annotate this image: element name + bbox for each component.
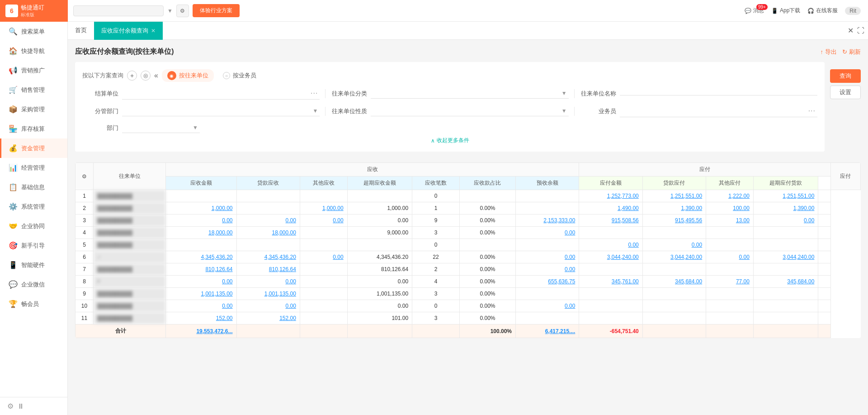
ar-count-header: 应收笔数: [412, 176, 460, 190]
refresh-icon: ↻: [842, 48, 847, 55]
sidebar-item-search[interactable]: 🔍 搜索菜单: [0, 22, 67, 41]
sidebar-label-system: 系统管理: [21, 203, 45, 211]
logo-text: 畅捷通叮 标准版: [21, 4, 44, 18]
settlement-input[interactable]: ···: [122, 87, 320, 100]
ar-loan-header: 贷款应收: [236, 176, 300, 190]
footer-ar-ratio: 100.00%: [459, 324, 515, 338]
data-table: ⚙ 往来单位 应收 应付 应付 应收金额 贷款应收 其他应收 超期应收金额: [75, 162, 861, 338]
home-icon: 🏠: [9, 47, 18, 55]
filter-nav-icon-partner: ◉: [167, 71, 176, 80]
collapse-icon: ∧: [431, 138, 435, 144]
content-area: 首页 应收应付余额查询 ✕ ✕ ⛶ 应收应付余额查询(按往来单位) ↑ 导出: [68, 22, 868, 415]
collapse-sidebar-icon[interactable]: ⏸: [17, 402, 24, 410]
ar-overdue-header: 超期应收金额: [347, 176, 412, 190]
service-icon: 🎧: [807, 8, 814, 14]
table-row: 3██████████0.000.000.000.0090.00%2,153,3…: [75, 215, 861, 227]
page-title: 应收应付余额查询(按往来单位): [75, 47, 174, 57]
ar-other-header: 其他应收: [300, 176, 347, 190]
filter-nav-partner[interactable]: ◉ 按往来单位: [162, 69, 214, 82]
refresh-button[interactable]: ↻ 刷新: [842, 48, 861, 56]
breadcrumb-dropdown[interactable]: ▼: [167, 8, 173, 14]
sidebar: 🔍 搜索菜单 🏠 快捷导航 📢 营销推广 🛒 销售管理 📦 采购管理 🏪 库存核…: [0, 22, 68, 415]
sidebar-item-system[interactable]: ⚙️ 系统管理: [0, 197, 67, 216]
filter-add-button[interactable]: +: [127, 71, 137, 81]
logo-area: 6 畅捷通叮 标准版: [0, 0, 68, 22]
sidebar-label-management: 经营管理: [21, 164, 45, 172]
member-icon: 🏆: [9, 300, 18, 308]
sidebar-label-sales: 销售管理: [21, 86, 45, 94]
table-group-header: ⚙ 往来单位 应收 应付 应付: [75, 163, 861, 176]
download-button[interactable]: 📱 App下载: [771, 7, 800, 14]
collapse-more-button[interactable]: ∧ 收起更多条件: [82, 133, 817, 144]
tab-close-icon[interactable]: ✕: [151, 28, 156, 34]
logo-icon: 6: [5, 5, 18, 17]
download-icon: 📱: [771, 8, 778, 14]
maximize-icon[interactable]: ⛶: [857, 27, 864, 35]
sidebar-item-wechat[interactable]: 💬 企业微信: [0, 275, 67, 294]
export-button[interactable]: ↑ 导出: [821, 48, 837, 56]
sidebar-item-nav[interactable]: 🏠 快捷导航: [0, 41, 67, 61]
solution-button[interactable]: 体验行业方案: [193, 4, 240, 17]
sidebar-label-basic: 基础信息: [21, 183, 45, 191]
filter-nav-staff[interactable]: ○ 按业务员: [217, 70, 262, 81]
messages-button[interactable]: 💬 消息 99+: [745, 7, 764, 14]
sidebar-label-hardware: 智能硬件: [21, 261, 45, 269]
table-row: 6✓4,345,436.204,345,436.200.004,345,436.…: [75, 251, 861, 263]
breadcrumb-input[interactable]: [73, 5, 164, 16]
settings-button[interactable]: 设置: [830, 86, 861, 99]
message-icon: 💬: [745, 8, 751, 14]
table-row: 2██████████1,000.001,000.001,000.0010.00…: [75, 202, 861, 215]
ar-prepay-header: 预收余额: [516, 176, 579, 190]
sidebar-item-purchase[interactable]: 📦 采购管理: [0, 100, 67, 119]
sidebar-label-inventory: 库存核算: [21, 125, 45, 133]
sidebar-item-hardware[interactable]: 📱 智能硬件: [0, 255, 67, 275]
close-window-icon[interactable]: ✕: [848, 26, 854, 35]
dept-label: 分管部门: [82, 107, 118, 115]
query-button[interactable]: 查询: [830, 69, 861, 83]
filter-row-1: 结算单位 ··· 往来单位分类: [82, 87, 817, 100]
nature-arrow: ▼: [561, 108, 567, 114]
sidebar-item-inventory[interactable]: 🏪 库存核算: [0, 119, 67, 138]
ap-group-header: 应付: [579, 163, 830, 176]
user-avatar[interactable]: Rit: [845, 7, 861, 15]
ap-other-header: 其他应付: [706, 176, 754, 190]
filter-field-staff: 业务员 ···: [580, 105, 817, 117]
staff-input[interactable]: ···: [620, 105, 817, 117]
table-body: 1██████████01,252,773.001,251,551.001,22…: [75, 190, 861, 324]
category-select[interactable]: ▼: [371, 88, 568, 99]
tab-ar[interactable]: 应收应付余额查询 ✕: [94, 22, 163, 40]
filter-scheme-button[interactable]: ◎: [141, 71, 151, 81]
sidebar-item-management[interactable]: 📊 经营管理: [0, 158, 67, 177]
footer-ap-amount: -654,751.40: [579, 324, 642, 338]
settings-bottom-icon[interactable]: ⚙: [7, 402, 14, 410]
dept-select[interactable]: ▼: [122, 106, 320, 116]
footer-ar-prepay[interactable]: 6,417,215....: [516, 324, 579, 338]
hardware-icon: 📱: [9, 261, 18, 269]
biz-dept-select[interactable]: ▼: [122, 123, 200, 133]
top-right-area: 💬 消息 99+ 📱 App下载 🎧 在线客服 Rit: [745, 7, 861, 15]
sidebar-item-basic[interactable]: 📋 基础信息: [0, 177, 67, 197]
sidebar-item-sales[interactable]: 🛒 销售管理: [0, 80, 67, 100]
filter-section: 按以下方案查询 + ◎ « ◉ 按往来单位 ○ 按业务员: [75, 62, 861, 157]
filter-field-nature: 往来单位性质 ▼: [331, 106, 568, 116]
filter-collapse-icon[interactable]: «: [154, 72, 158, 80]
filter-nav-icon-staff: ○: [223, 72, 230, 79]
gear-button[interactable]: ⚙: [176, 5, 189, 17]
service-button[interactable]: 🎧 在线客服: [807, 7, 838, 14]
sidebar-item-guide[interactable]: 🎯 新手引导: [0, 236, 67, 255]
table-sub-header: 应收金额 贷款应收 其他应收 超期应收金额 应收笔数 应收款占比 预收余额 应付…: [75, 176, 861, 190]
sidebar-item-finance[interactable]: 💰 资金管理: [0, 138, 67, 158]
footer-label: 合计: [75, 324, 166, 338]
marketing-icon: 📢: [9, 66, 18, 75]
nature-select[interactable]: ▼: [371, 106, 568, 116]
footer-ar-amount[interactable]: 19,553,472,6...: [166, 324, 237, 338]
sidebar-item-marketing[interactable]: 📢 营销推广: [0, 61, 67, 80]
name-input[interactable]: [620, 91, 817, 95]
export-icon: ↑: [821, 48, 824, 55]
top-bar: 6 畅捷通叮 标准版 ▼ ⚙ 体验行业方案 💬 消息 99+ 📱 App下载 🎧…: [0, 0, 868, 22]
tab-home[interactable]: 首页: [68, 22, 94, 40]
sidebar-item-member[interactable]: 🏆 畅会员: [0, 294, 67, 314]
filter-field-dept: 分管部门 ▼: [82, 106, 320, 116]
sidebar-item-collab[interactable]: 🤝 企业协同: [0, 216, 67, 236]
table-settings-icon[interactable]: ⚙: [82, 173, 87, 180]
